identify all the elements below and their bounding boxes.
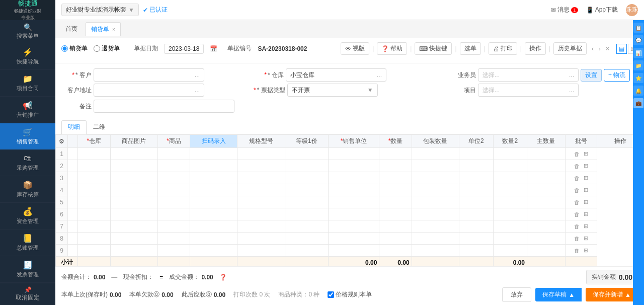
- cell-qty2-1[interactable]: [459, 148, 494, 160]
- cell-mainqty-1[interactable]: [493, 148, 527, 160]
- message-button[interactable]: ✉ 消息 1: [551, 6, 578, 14]
- app-download-button[interactable]: 📱 App下载: [586, 6, 618, 14]
- price-check[interactable]: 价格规则本单: [328, 290, 372, 299]
- cell-barcode-1[interactable]: [157, 148, 190, 160]
- set-button[interactable]: 设置: [581, 69, 602, 82]
- th-barcode[interactable]: 扫码录入: [190, 135, 237, 148]
- cell-image-1[interactable]: [78, 148, 110, 160]
- delete-icon[interactable]: 🗑: [574, 151, 580, 157]
- mini-icon-1[interactable]: 📋: [633, 23, 643, 33]
- invoice-label: * 票据类型: [254, 86, 285, 95]
- cell-price-1[interactable]: [237, 148, 285, 160]
- mini-icon-6[interactable]: 🔔: [633, 86, 643, 96]
- view-list-btn[interactable]: ▤: [616, 44, 627, 54]
- history-btn[interactable]: 历史单据: [553, 42, 587, 55]
- ship-button[interactable]: + 物流: [604, 69, 630, 82]
- delete-icon[interactable]: 🗑: [574, 248, 580, 254]
- prev-icon[interactable]: ‹: [590, 44, 596, 53]
- tab-close-icon[interactable]: ×: [112, 27, 115, 32]
- invoice-select[interactable]: 不开票 ▼: [287, 84, 378, 97]
- cell-warehouse-1[interactable]: [68, 148, 78, 160]
- salesperson-dots[interactable]: ...: [569, 71, 574, 79]
- tab-detail[interactable]: 明细: [61, 120, 87, 134]
- delete-icon[interactable]: 🗑: [574, 236, 580, 242]
- notes-input[interactable]: [94, 100, 234, 113]
- mini-icon-3[interactable]: 📊: [633, 48, 643, 58]
- customer-input[interactable]: ...: [94, 68, 204, 82]
- mini-icon-4[interactable]: 📁: [633, 60, 643, 70]
- abandon-button[interactable]: 放弃: [502, 287, 531, 302]
- view-btn[interactable]: 👁 视版: [341, 42, 369, 55]
- select-btn[interactable]: 选单: [460, 42, 481, 55]
- search-icon: 🔍: [24, 23, 32, 31]
- cell-batch-1[interactable]: [527, 148, 566, 160]
- mini-icon-7[interactable]: 💼: [633, 98, 643, 108]
- tab-2d[interactable]: 二维: [87, 120, 112, 134]
- ops-btn[interactable]: 操作: [525, 42, 546, 55]
- delete-icon[interactable]: 🗑: [574, 163, 580, 169]
- sidebar-item-purchase[interactable]: 🛍 采购管理: [0, 150, 55, 176]
- radio-return[interactable]: 退货单: [94, 44, 120, 53]
- tab-sales-order[interactable]: 销货单 ×: [86, 22, 121, 36]
- cell-unit2-1[interactable]: [412, 148, 459, 160]
- copy-icon[interactable]: ⊞: [584, 199, 588, 205]
- shortcut-btn[interactable]: ⌨ 快捷键: [415, 42, 452, 55]
- cell-packqty-1[interactable]: [379, 148, 412, 160]
- cell-qty-1[interactable]: [328, 148, 379, 160]
- sidebar-item-marketing[interactable]: 📢 营销推广: [0, 97, 55, 123]
- sidebar-item-sales[interactable]: 🛒 销售管理: [0, 123, 55, 150]
- calendar-icon[interactable]: 📅: [210, 45, 217, 52]
- plus-icon: +: [608, 71, 612, 79]
- copy-icon[interactable]: ⊞: [584, 150, 588, 157]
- sidebar-item-project[interactable]: 📁 项目合同: [0, 70, 55, 97]
- help-icon-footer[interactable]: ❓: [219, 274, 227, 281]
- print-btn[interactable]: 🖨 打印: [489, 42, 517, 55]
- company-selector[interactable]: 好业财专业版演示帐套 ▼: [61, 4, 139, 16]
- mini-icon-2[interactable]: 💬: [633, 35, 643, 45]
- next-icon[interactable]: ›: [597, 44, 603, 53]
- save-new-button[interactable]: 保存并新增 ▲: [586, 288, 638, 301]
- mini-icon-5[interactable]: ⭐: [633, 73, 643, 83]
- salesperson-input[interactable]: 选择... ...: [478, 68, 579, 82]
- copy-icon[interactable]: ⊞: [584, 235, 588, 242]
- address-dots[interactable]: ...: [195, 87, 200, 94]
- tab-home[interactable]: 首页: [59, 22, 84, 36]
- cell-unit-1[interactable]: [285, 148, 328, 160]
- project-dots[interactable]: ...: [569, 87, 574, 94]
- sidebar-item-invoice[interactable]: 🧾 发票管理: [0, 256, 55, 283]
- copy-icon[interactable]: ⊞: [584, 187, 588, 193]
- copy-icon[interactable]: ⊞: [584, 175, 588, 181]
- sidebar-item-capital[interactable]: 💰 资金管理: [0, 203, 55, 230]
- cell-goods-1[interactable]: [110, 148, 157, 160]
- copy-icon[interactable]: ⊞: [584, 211, 588, 217]
- delete-icon[interactable]: 🗑: [574, 187, 580, 193]
- copy-icon[interactable]: ⊞: [584, 223, 588, 230]
- avatar[interactable]: 珠珠: [626, 4, 638, 16]
- address-input[interactable]: ...: [94, 84, 204, 97]
- sidebar-item-stock[interactable]: 📦 库存核算: [0, 176, 55, 203]
- delete-icon[interactable]: 🗑: [574, 211, 580, 217]
- help-btn[interactable]: ❓ 帮助: [377, 42, 407, 55]
- save-draft-button[interactable]: 保存草稿 ▲: [535, 288, 582, 301]
- sidebar-item-quick-nav[interactable]: ⚡ 快捷导航: [0, 43, 55, 70]
- radio-sales[interactable]: 销货单: [61, 44, 88, 53]
- delete-icon[interactable]: 🗑: [574, 199, 580, 205]
- warehouse-input[interactable]: 小宝仓库 ...: [286, 68, 386, 82]
- customer-dots[interactable]: ...: [195, 71, 200, 79]
- th-settings[interactable]: ⚙: [56, 135, 68, 148]
- sidebar-pin[interactable]: 📌 取消固定: [0, 283, 55, 305]
- cell-spec-1[interactable]: [190, 148, 237, 160]
- project-input[interactable]: 选择... ...: [478, 84, 579, 97]
- sidebar-item-account[interactable]: 📒 总账管理: [0, 230, 55, 256]
- close-form-icon[interactable]: ×: [604, 44, 611, 53]
- footer-bottom: 本单上次(保存时) 0.00 本单欠款⓪ 0.00 此后应收⓪ 0.00 打印次…: [61, 287, 638, 302]
- delete-icon[interactable]: 🗑: [574, 223, 580, 230]
- delete-icon[interactable]: 🗑: [574, 175, 580, 181]
- warehouse-dots[interactable]: ...: [377, 71, 382, 79]
- copy-icon[interactable]: ⊞: [584, 247, 588, 254]
- sidebar-logo: 畅捷通 畅捷通好业财 专业版: [0, 0, 55, 20]
- copy-icon[interactable]: ⊞: [584, 163, 588, 169]
- sidebar-item-search[interactable]: 🔍 搜索菜单: [0, 20, 55, 43]
- cell-ops-1: 🗑⊞: [565, 148, 597, 160]
- date-value[interactable]: 2023-03-18: [164, 44, 204, 54]
